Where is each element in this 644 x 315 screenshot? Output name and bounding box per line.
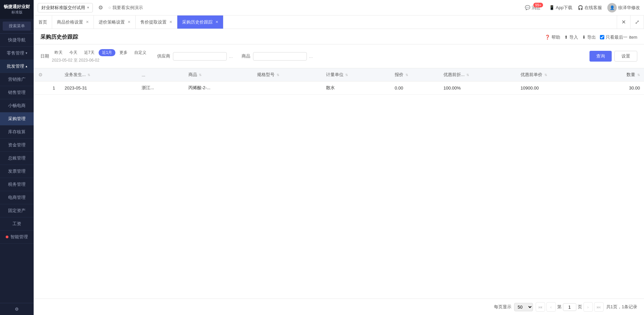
date-opt-yesterday[interactable]: 昨天 <box>52 49 65 56</box>
sidebar-item-ecommerce-small[interactable]: 小畅电商 <box>0 99 34 112</box>
user-menu-button[interactable]: 👤 徐泽华修改 <box>607 3 640 12</box>
tab-strategy-close-icon[interactable]: ✕ <box>128 20 131 24</box>
sidebar-settings-button[interactable]: ⚙ <box>0 303 34 315</box>
per-page-select[interactable]: 50 10 20 100 <box>514 303 533 311</box>
export-label: 导出 <box>587 34 596 40</box>
date-opt-today[interactable]: 今天 <box>67 49 80 56</box>
wholesale-label: 批发管理 <box>7 63 24 69</box>
sidebar-item-retail[interactable]: 零售管理 ▾ <box>0 47 34 60</box>
sidebar-item-ecommerce[interactable]: 电商管理 <box>0 191 34 204</box>
tab-strategy[interactable]: 进价策略设置 ✕ <box>94 15 136 29</box>
row-unit-cell: 散水 <box>322 81 391 95</box>
sort-before-price-icon: ⇅ <box>544 73 547 77</box>
tab-maximize-button[interactable]: ⤢ <box>631 15 644 29</box>
filter-buttons: 查询 设置 <box>589 51 637 62</box>
tab-history-close-icon[interactable]: ✕ <box>215 20 218 24</box>
smart-dot-icon <box>6 236 8 238</box>
demo-text: 我要看实例演示 <box>112 5 143 11</box>
sidebar-item-purchase[interactable]: 采购管理 <box>0 112 34 126</box>
tab-history-label: 采购历史价跟踪 <box>182 19 213 25</box>
tab-sale[interactable]: 售价提取设置 ✕ <box>136 15 177 29</box>
app-edition: 标准版 <box>11 10 23 15</box>
assets-label: 固定资产 <box>8 208 26 214</box>
col-header-before-price[interactable]: 优惠前单价 ⇅ <box>516 68 595 81</box>
col-header-spec[interactable]: 规格型号 ⇅ <box>253 68 322 81</box>
sidebar-item-sales[interactable]: 销售管理 <box>0 86 34 99</box>
date-opt-7days[interactable]: 近7天 <box>81 49 97 56</box>
sidebar-item-inventory[interactable]: 库存核算 <box>0 126 34 139</box>
col-header-goods[interactable]: 商品 ⇅ <box>184 68 253 81</box>
date-opt-more[interactable]: 更多 <box>117 49 130 56</box>
help-button[interactable]: ❓ 帮助 <box>545 34 560 40</box>
sidebar-logo[interactable]: 畅捷通好业财 标准版 <box>0 0 34 19</box>
only-last-checkbox[interactable] <box>600 35 604 39</box>
col-header-unit[interactable]: 计量单位 ⇅ <box>322 68 391 81</box>
col-header-settings[interactable]: ⚙ <box>34 68 47 81</box>
supplier-input[interactable] <box>173 52 227 61</box>
app-download-button[interactable]: 📱 App下载 <box>549 5 572 11</box>
row-quantity-cell: 30.00 <box>595 81 644 95</box>
sidebar-item-marketing[interactable]: 营销推广 <box>0 73 34 86</box>
search-menu-button[interactable]: 搜索菜单 <box>3 22 31 31</box>
sidebar-item-finance[interactable]: 资金管理 <box>0 139 34 152</box>
user-name: 徐泽华修改 <box>618 5 640 11</box>
sidebar-item-ledger[interactable]: 总账管理 <box>0 152 34 165</box>
row-goods-cell: 丙烯酸-2-... <box>184 81 253 95</box>
tabs-bar: 首页 商品价格设置 ✕ 进价策略设置 ✕ 售价提取设置 ✕ 采购历史价跟踪 ✕ … <box>34 15 644 29</box>
date-opt-custom[interactable]: 自定义 <box>132 49 149 56</box>
messages-button[interactable]: 💬 消息 99+ <box>525 5 540 11</box>
online-service-button[interactable]: 🎧 在线客服 <box>578 5 602 11</box>
import-button[interactable]: ⬆ 导入 <box>564 34 578 40</box>
date-range-text: 2023-05-02 至 2023-06-02 <box>52 58 149 63</box>
page-number-input[interactable] <box>563 303 576 311</box>
page-last-button[interactable]: ⏭ <box>594 302 604 312</box>
edition-selector[interactable]: 好业财标准版交付试用 ▾ <box>38 3 93 12</box>
edition-selector-arrow-icon: ▾ <box>87 5 89 10</box>
supplier-dots-button[interactable]: ... <box>228 54 234 59</box>
app-download-label: App下载 <box>556 5 572 11</box>
pagination-nav: ⏮ ‹ 第 页 › ⏭ <box>536 302 604 312</box>
sidebar-item-invoice[interactable]: 发票管理 <box>0 165 34 178</box>
col-unit-label: 计量单位 <box>326 72 344 77</box>
sidebar-item-salary[interactable]: 工资 <box>0 217 34 231</box>
page-title: 采购历史价跟踪 <box>40 34 78 41</box>
sidebar-item-wholesale[interactable]: 批发管理 ▴ <box>0 60 34 73</box>
col-header-date[interactable]: 业务发生... ⇅ <box>61 68 138 81</box>
message-icon: 💬 <box>525 5 530 10</box>
sort-unit-icon: ⇅ <box>345 73 348 77</box>
demo-button[interactable]: ○ 我要看实例演示 <box>108 5 143 11</box>
tab-sale-close-icon[interactable]: ✕ <box>169 20 172 24</box>
online-service-label: 在线客服 <box>584 5 602 11</box>
sidebar-item-quick-nav[interactable]: 快捷导航 <box>0 34 34 47</box>
col-header-more[interactable]: ... <box>138 68 184 81</box>
col-header-discount[interactable]: 优惠前折... ⇅ <box>439 68 516 81</box>
col-header-quantity[interactable]: 数量 ⇅ <box>595 68 644 81</box>
inventory-label: 库存核算 <box>8 129 26 135</box>
tab-price-close-icon[interactable]: ✕ <box>86 20 89 24</box>
page-total-text: 共1页，1条记录 <box>606 304 637 310</box>
col-header-price[interactable]: 报价 ⇅ <box>391 68 439 81</box>
sidebar-item-smart[interactable]: 智能管理 <box>0 231 34 244</box>
export-button[interactable]: ⬇ 导出 <box>582 34 596 40</box>
topbar-settings-button[interactable]: ⚙ <box>97 3 104 12</box>
sidebar-item-tax[interactable]: 税务管理 <box>0 178 34 191</box>
tab-history[interactable]: 采购历史价跟踪 ✕ <box>177 15 223 29</box>
tab-price[interactable]: 商品价格设置 ✕ <box>52 15 94 29</box>
tab-price-label: 商品价格设置 <box>57 19 83 25</box>
page-next-button[interactable]: › <box>583 302 593 312</box>
date-options-group: 昨天 今天 近7天 近1月 更多 自定义 2023-05-02 至 2023-0… <box>52 49 149 63</box>
filter-settings-button[interactable]: 设置 <box>614 51 637 62</box>
goods-dots-button[interactable]: ... <box>308 54 314 59</box>
table-gear-icon[interactable]: ⚙ <box>38 72 43 77</box>
date-opt-1month[interactable]: 近1月 <box>99 49 116 56</box>
sidebar-item-assets[interactable]: 固定资产 <box>0 204 34 217</box>
page-first-button[interactable]: ⏮ <box>536 302 545 312</box>
smart-label: 智能管理 <box>10 234 28 239</box>
table-row: 1 2023-05-31 浙江... 丙烯酸-2-... 散水 0.00 100… <box>34 81 644 95</box>
tab-close-button[interactable]: ✕ <box>617 15 631 29</box>
tab-home[interactable]: 首页 <box>34 15 52 29</box>
col-more-label: ... <box>142 72 145 77</box>
goods-input[interactable] <box>253 52 307 61</box>
query-button[interactable]: 查询 <box>589 51 612 62</box>
page-prev-button[interactable]: ‹ <box>546 302 556 312</box>
